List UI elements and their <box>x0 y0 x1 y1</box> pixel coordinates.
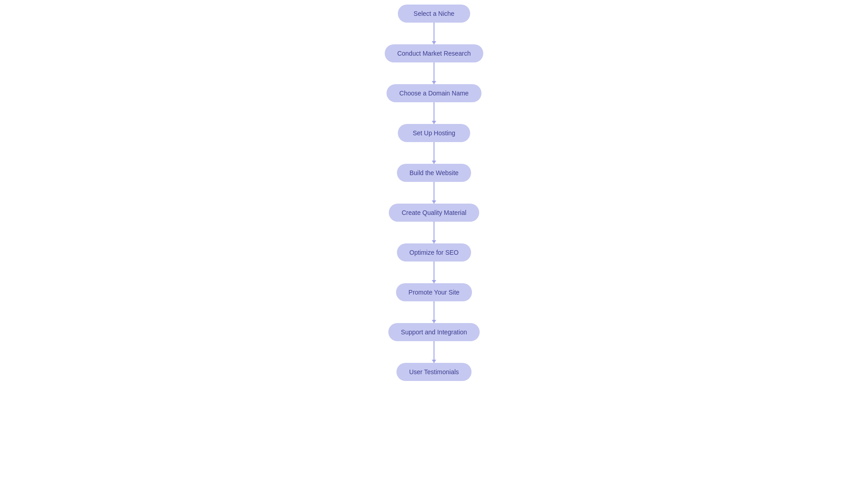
flow-node-create-quality-material[interactable]: Create Quality Material <box>389 204 479 222</box>
flow-connector-5 <box>434 222 434 243</box>
flow-connector-2 <box>434 102 434 124</box>
flow-node-set-up-hosting[interactable]: Set Up Hosting <box>398 124 470 142</box>
flow-connector-0 <box>434 23 434 44</box>
flowchart: Select a NicheConduct Market ResearchCho… <box>385 5 484 381</box>
flow-node-promote-your-site[interactable]: Promote Your Site <box>396 283 472 301</box>
flow-node-support-and-integration[interactable]: Support and Integration <box>388 323 480 341</box>
flow-connector-3 <box>434 142 434 164</box>
flow-node-build-the-website[interactable]: Build the Website <box>397 164 472 182</box>
flow-connector-7 <box>434 301 434 323</box>
flow-connector-1 <box>434 62 434 84</box>
flow-node-choose-domain-name[interactable]: Choose a Domain Name <box>387 84 481 102</box>
flow-node-conduct-market-research[interactable]: Conduct Market Research <box>385 44 484 62</box>
flow-connector-4 <box>434 182 434 204</box>
flow-node-select-niche[interactable]: Select a Niche <box>398 5 470 23</box>
flow-connector-8 <box>434 341 434 363</box>
flow-connector-6 <box>434 262 434 283</box>
flow-node-optimize-for-seo[interactable]: Optimize for SEO <box>397 243 472 262</box>
flow-node-user-testimonials[interactable]: User Testimonials <box>396 363 472 381</box>
